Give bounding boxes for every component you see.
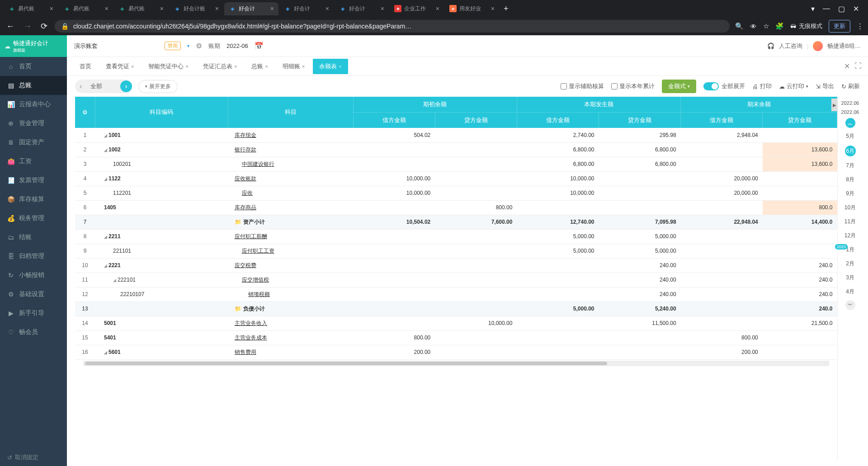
forward-icon[interactable]: → bbox=[22, 20, 33, 33]
sidebar-item[interactable]: 🗄 归档管理 bbox=[0, 247, 67, 266]
support-link[interactable]: 人工咨询 bbox=[779, 42, 802, 50]
browser-tab[interactable]: ◈ 用友好业 × bbox=[445, 2, 499, 15]
gear-icon[interactable]: ⚙ bbox=[196, 42, 202, 50]
cell-subject[interactable]: 📁资产小计 bbox=[228, 215, 353, 229]
table-row[interactable]: 3 100201 中国建设银行 6,800.00 6,800.00 13,600… bbox=[75, 157, 837, 171]
show-aux-checkbox[interactable]: 显示辅助核算 bbox=[561, 82, 604, 90]
sidebar-item[interactable]: ↻ 小畅报销 bbox=[0, 266, 67, 285]
close-icon[interactable]: × bbox=[105, 5, 108, 12]
settings-column-header[interactable]: ⚙ bbox=[75, 97, 95, 128]
close-icon[interactable]: × bbox=[234, 64, 237, 69]
cell-subject[interactable]: 主营业务成本 bbox=[228, 330, 353, 345]
cell-subject[interactable]: 应付职工工资 bbox=[228, 244, 353, 258]
cell-subject[interactable]: 销项税额 bbox=[228, 287, 353, 301]
close-all-icon[interactable]: ✕ bbox=[844, 62, 850, 71]
username[interactable]: 畅捷通B组… bbox=[827, 42, 861, 50]
sidebar-item[interactable]: ⊕ 资金管理 bbox=[0, 114, 67, 133]
horizontal-scrollbar[interactable] bbox=[83, 361, 829, 366]
month-item[interactable]: 9月 bbox=[838, 188, 863, 199]
tree-caret-icon[interactable]: ◢ bbox=[104, 264, 107, 268]
sidebar-item[interactable]: 🗎 固定资产 bbox=[0, 133, 67, 152]
zoom-icon[interactable]: 🔍 bbox=[735, 22, 744, 30]
minimize-icon[interactable]: — bbox=[823, 5, 830, 13]
close-icon[interactable]: × bbox=[339, 64, 341, 69]
fullscreen-icon[interactable]: ⛶ bbox=[854, 62, 862, 71]
show-ytd-checkbox[interactable]: 显示本年累计 bbox=[611, 82, 655, 90]
sidebar-item[interactable]: 📊 云报表中心 bbox=[0, 95, 67, 114]
cell-subject[interactable]: 📁负债小计 bbox=[228, 301, 353, 316]
cloud-print-button[interactable]: ☁云打印 ▾ bbox=[779, 82, 808, 90]
table-row[interactable]: 11 ◢222101 应交增值税 240.00 240.0 bbox=[75, 273, 837, 287]
reload-icon[interactable]: ⟳ bbox=[39, 19, 49, 33]
table-row[interactable]: 12 22210107 销项税额 240.00 240.0 bbox=[75, 287, 837, 301]
calendar-icon[interactable]: 📅 bbox=[255, 42, 264, 50]
table-row[interactable]: 13 📁负债小计 5,000.00 5,240.00 240.0 bbox=[75, 301, 837, 316]
refresh-button[interactable]: ↻刷新 bbox=[841, 82, 860, 90]
cell-subject[interactable]: 应收 bbox=[228, 186, 353, 200]
table-row[interactable]: 16 ◢5601 销售费用 200.00 200.00 bbox=[75, 345, 837, 359]
page-tab[interactable]: 智能凭证中心× bbox=[142, 59, 194, 74]
expand-all-toggle[interactable]: 全部展开 bbox=[703, 82, 745, 90]
sidebar-item[interactable]: ▤ 总账 bbox=[0, 76, 67, 95]
page-tab[interactable]: 余额表× bbox=[313, 59, 348, 74]
next-icon[interactable]: › bbox=[120, 80, 132, 92]
close-icon[interactable]: × bbox=[50, 5, 53, 12]
browser-tab[interactable]: ◈ 易代账 × bbox=[4, 2, 58, 15]
toggle-switch[interactable] bbox=[703, 82, 719, 90]
cell-subject[interactable]: 应付职工薪酬 bbox=[228, 229, 353, 244]
close-icon[interactable]: × bbox=[215, 5, 219, 12]
prev-icon[interactable]: ‹ bbox=[75, 80, 87, 92]
close-icon[interactable]: × bbox=[326, 5, 329, 12]
browser-tab[interactable]: ◈ 好会计账 × bbox=[169, 2, 223, 15]
close-icon[interactable]: × bbox=[491, 5, 495, 12]
browser-tab[interactable]: ◈ 好会计 × bbox=[224, 2, 278, 15]
month-item[interactable]: 6月 bbox=[845, 146, 856, 156]
table-row[interactable]: 7 📁资产小计 10,504.02 7,600.00 12,740.00 7,0… bbox=[75, 215, 837, 229]
table-row[interactable]: 1 ◢1001 库存现金 504.02 2,740.00 295.98 2,94… bbox=[75, 128, 837, 142]
close-icon[interactable]: × bbox=[185, 64, 188, 69]
unpin-button[interactable]: ↺ 取消固定 bbox=[0, 449, 67, 466]
page-tab[interactable]: 查看凭证× bbox=[99, 59, 140, 74]
month-item[interactable]: 10月 bbox=[838, 202, 863, 213]
sidebar-item[interactable]: ♡ 畅会员 bbox=[0, 323, 67, 342]
print-button[interactable]: 🖨打印 bbox=[752, 82, 772, 90]
tree-caret-icon[interactable]: ◢ bbox=[113, 278, 116, 282]
cell-subject[interactable]: 主营业务收入 bbox=[228, 316, 353, 330]
close-icon[interactable]: × bbox=[265, 64, 268, 69]
table-row[interactable]: 4 ◢1122 应收账款 10,000.00 10,000.00 20,000.… bbox=[75, 171, 837, 186]
cell-subject[interactable]: 库存商品 bbox=[228, 200, 353, 215]
cell-subject[interactable]: 中国建设银行 bbox=[228, 157, 353, 171]
close-icon[interactable]: × bbox=[131, 64, 134, 69]
amount-mode-button[interactable]: 金额式 ▾ bbox=[662, 80, 696, 93]
subject-filter[interactable]: ‹ 全部 › bbox=[75, 80, 132, 93]
table-row[interactable]: 2 ◢1002 银行存款 6,800.00 6,800.00 13,600.0 bbox=[75, 142, 837, 157]
browser-tab[interactable]: ◈ 好会计 × bbox=[335, 2, 389, 15]
new-tab-button[interactable]: + bbox=[500, 2, 512, 15]
year-end[interactable]: 2022.06 bbox=[841, 108, 859, 117]
browser-tab[interactable]: ◈ 易代账 × bbox=[59, 2, 113, 15]
account-name[interactable]: 演示账套 bbox=[74, 42, 98, 50]
sidebar-item[interactable]: 💰 税务管理 bbox=[0, 209, 67, 228]
maximize-icon[interactable]: ▢ bbox=[838, 5, 845, 13]
page-tab[interactable]: 凭证汇总表× bbox=[197, 59, 243, 74]
month-item[interactable]: 8月 bbox=[838, 174, 863, 185]
sidebar-item[interactable]: ▶ 新手引导 bbox=[0, 304, 67, 323]
back-icon[interactable]: ← bbox=[5, 20, 16, 33]
tree-caret-icon[interactable]: ◢ bbox=[104, 133, 107, 138]
sidebar-item[interactable]: 📦 库存核算 bbox=[0, 190, 67, 209]
month-item[interactable]: 12月 bbox=[838, 230, 863, 241]
sidebar-item[interactable]: 🧾 发票管理 bbox=[0, 171, 67, 190]
expand-more-button[interactable]: ▾ 展开更多 bbox=[138, 80, 178, 93]
sidebar-item[interactable]: 🗂 结账 bbox=[0, 228, 67, 247]
scroll-up-icon[interactable]: ︽ bbox=[845, 118, 855, 128]
browser-tab[interactable]: ◈ 易代账 × bbox=[114, 2, 168, 15]
table-row[interactable]: 5 112201 应收 10,000.00 10,000.00 20,000.0… bbox=[75, 186, 837, 200]
sidebar-item[interactable]: ⌂ 首页 bbox=[0, 57, 67, 76]
star-icon[interactable]: ☆ bbox=[763, 22, 769, 30]
table-row[interactable]: 15 5401 主营业务成本 800.00 800.00 bbox=[75, 330, 837, 345]
close-icon[interactable]: × bbox=[302, 64, 305, 69]
table-row[interactable]: 8 ◢2211 应付职工薪酬 5,000.00 5,000.00 bbox=[75, 229, 837, 244]
month-item[interactable]: 11月 bbox=[838, 216, 863, 227]
scroll-down-icon[interactable]: ︾ bbox=[845, 300, 855, 310]
update-button[interactable]: 更新 bbox=[829, 20, 850, 33]
